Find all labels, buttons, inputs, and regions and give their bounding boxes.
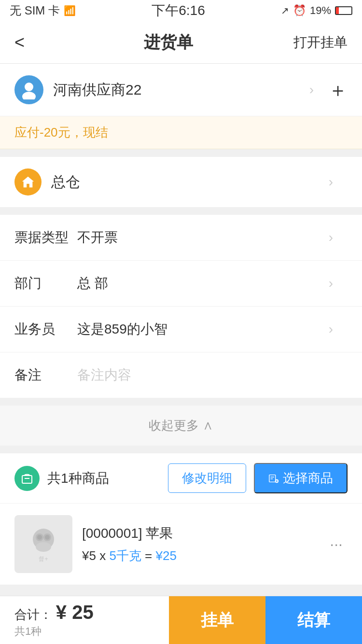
products-count: 共1种商品 (47, 469, 168, 488)
supplier-name: 河南供应商22 (53, 80, 309, 100)
select-product-button[interactable]: 选择商品 (254, 463, 348, 493)
dept-value: 总 部 (72, 274, 329, 293)
alarm-icon: ⏰ (293, 4, 306, 17)
status-bar: 无 SIM 卡 📶 下午6:16 ↗ ⏰ 19% (0, 0, 362, 21)
battery-text: 19% (310, 4, 331, 17)
product-name: [0000001] 苹果 (82, 524, 325, 543)
product-qty: 5千克 (109, 548, 141, 563)
battery-icon (335, 6, 352, 15)
invoice-chevron-icon: › (329, 230, 333, 245)
product-price: ¥5 x 5千克 = ¥25 (82, 547, 325, 564)
page-title: 进货单 (144, 31, 193, 54)
bottom-bar: 合计： ¥ 25 共1种 挂单 结算 (0, 596, 362, 644)
cart-icon (20, 472, 34, 485)
warning-banner: 应付-20元，现结 (0, 116, 362, 149)
price-base: ¥5 (82, 548, 96, 563)
product-thumbnail: 督+ (14, 515, 72, 573)
form-section: 票据类型 不开票 › 部门 总 部 › 业务员 这是859的小智 › 备注 备注… (0, 215, 362, 398)
product-title: 苹果 (146, 526, 173, 541)
product-code: [0000001] (82, 526, 142, 541)
product-info: [0000001] 苹果 ¥5 x 5千克 = ¥25 (82, 524, 325, 564)
owl-placeholder-icon: 督+ (24, 525, 63, 563)
product-total: ¥25 (156, 548, 177, 563)
warehouse-name: 总仓 (51, 172, 329, 192)
sales-chevron-icon: › (329, 322, 333, 337)
add-supplier-button[interactable]: ＋ (328, 77, 348, 103)
svg-point-15 (45, 535, 50, 540)
sales-value: 这是859的小智 (72, 320, 329, 338)
note-label: 备注 (14, 366, 72, 384)
status-time: 下午6:16 (152, 1, 205, 20)
wifi-icon: 📶 (64, 5, 76, 16)
svg-rect-5 (269, 475, 276, 482)
select-product-icon (268, 473, 279, 484)
supplier-section: 河南供应商22 › ＋ 应付-20元，现结 (0, 64, 362, 149)
warehouse-row[interactable]: 总仓 › (0, 157, 362, 207)
product-item: 督+ [0000001] 苹果 ¥5 x 5千克 = ¥25 ··· (0, 504, 362, 585)
hang-button[interactable]: 挂单 (169, 596, 265, 644)
total-amount: ¥ 25 (56, 602, 94, 623)
dept-row[interactable]: 部门 总 部 › (0, 261, 362, 307)
supplier-row[interactable]: 河南供应商22 › ＋ (0, 64, 362, 116)
collapse-label: 收起更多 ∧ (149, 417, 213, 434)
carrier-text: 无 SIM 卡 (10, 3, 60, 18)
status-left: 无 SIM 卡 📶 (10, 3, 76, 18)
nav-bar: < 进货单 打开挂单 (0, 21, 362, 64)
collapse-button[interactable]: 收起更多 ∧ (0, 406, 362, 446)
home-icon (21, 175, 35, 189)
total-row: 合计： ¥ 25 (14, 602, 154, 623)
sales-row[interactable]: 业务员 这是859的小智 › (0, 307, 362, 352)
sales-label: 业务员 (14, 320, 72, 338)
svg-point-14 (37, 535, 42, 540)
svg-marker-2 (22, 177, 34, 187)
svg-rect-3 (22, 476, 32, 483)
person-icon (19, 80, 39, 99)
open-hang-button[interactable]: 打开挂单 (293, 33, 348, 52)
svg-text:督+: 督+ (39, 556, 48, 562)
svg-point-16 (36, 542, 51, 552)
warehouse-icon (14, 168, 42, 196)
products-section: 共1种商品 修改明细 选择商品 督+ (0, 453, 362, 585)
products-header: 共1种商品 修改明细 选择商品 (0, 453, 362, 504)
invoice-value: 不开票 (72, 228, 329, 247)
supplier-chevron-icon: › (309, 82, 314, 98)
status-right: ↗ ⏰ 19% (281, 4, 352, 17)
note-row[interactable]: 备注 备注内容 (0, 352, 362, 398)
product-more-button[interactable]: ··· (325, 531, 348, 558)
supplier-avatar (14, 75, 43, 104)
edit-detail-button[interactable]: 修改明细 (168, 463, 246, 493)
products-icon (14, 466, 40, 491)
checkout-button[interactable]: 结算 (265, 596, 362, 644)
dept-label: 部门 (14, 274, 72, 293)
warehouse-chevron-icon: › (329, 174, 333, 190)
invoice-label: 票据类型 (14, 228, 72, 247)
price-multiply: x (99, 548, 109, 563)
warehouse-section: 总仓 › (0, 157, 362, 207)
price-equals: = (145, 548, 155, 563)
total-count: 共1种 (14, 624, 154, 639)
select-product-label: 选择商品 (283, 470, 333, 487)
location-icon: ↗ (281, 5, 289, 16)
dept-chevron-icon: › (329, 276, 333, 291)
svg-point-1 (22, 92, 36, 99)
total-section: 合计： ¥ 25 共1种 (0, 602, 169, 639)
svg-point-0 (25, 83, 33, 91)
note-input[interactable]: 备注内容 (72, 366, 348, 384)
total-label: 合计： (14, 607, 52, 622)
back-button[interactable]: < (14, 32, 43, 53)
invoice-row[interactable]: 票据类型 不开票 › (0, 215, 362, 261)
